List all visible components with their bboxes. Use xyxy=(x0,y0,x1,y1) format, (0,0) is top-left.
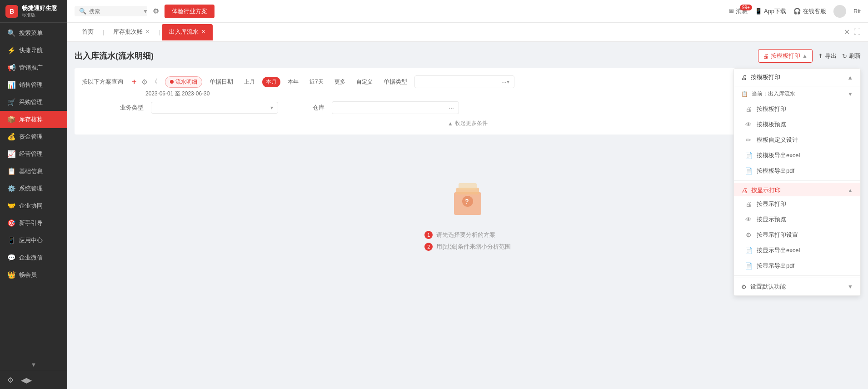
sidebar-item-shortcut[interactable]: ⚡快捷导航 xyxy=(0,42,67,59)
tab-home[interactable]: 首页 xyxy=(75,24,101,40)
filter-label: 按以下方案查询 xyxy=(82,78,123,86)
dropdown-item-template-pdf[interactable]: 📄 按模板导出pdf xyxy=(734,163,860,179)
trial-btn[interactable]: 体验行业方案 xyxy=(165,5,215,18)
filter-tag[interactable]: 流水明细 xyxy=(165,76,202,88)
search-dropdown-icon[interactable]: ▼ xyxy=(143,8,148,15)
dropdown-up-arrow[interactable]: ▲ xyxy=(847,74,853,81)
template-print-chevron[interactable]: ▲ xyxy=(802,53,808,59)
business-type-field[interactable]: ▾ xyxy=(151,102,278,114)
user-avatar[interactable] xyxy=(833,5,846,18)
sidebar-item-sales[interactable]: 📊销售管理 xyxy=(0,76,67,94)
set-default-arrow[interactable]: ▼ xyxy=(848,284,853,290)
sidebar-label-operation: 经营管理 xyxy=(19,150,43,158)
app-logo-icon: B xyxy=(5,5,18,18)
dropdown-current-arrow[interactable]: ▼ xyxy=(848,91,853,97)
sidebar-item-vip[interactable]: 👑畅会员 xyxy=(0,266,67,284)
dropdown-item-display-print[interactable]: 🖨 按显示打印 xyxy=(734,196,860,212)
sidebar-item-finance[interactable]: 💰资金管理 xyxy=(0,128,67,145)
refresh-btn[interactable]: ↻ 刷新 xyxy=(842,52,861,60)
sidebar-item-operation[interactable]: 📈经营管理 xyxy=(0,145,67,163)
sidebar-nav: 🔍搜索菜单⚡快捷导航📢营销推广📊销售管理🛒采购管理📦库存核算💰资金管理📈经营管理… xyxy=(0,23,67,359)
sidebar-item-basic[interactable]: 📋基础信息 xyxy=(0,163,67,180)
dropdown-display-section-header[interactable]: 🖨 按显示打印 ▲ xyxy=(734,183,860,196)
filter-collapse-left-btn[interactable]: 《 xyxy=(151,78,158,86)
sidebar-label-sales: 销售管理 xyxy=(19,81,43,89)
dropdown-item-template-print[interactable]: 🖨 按模板打印 xyxy=(734,101,860,117)
tab-inventory-batch-close[interactable]: ✕ xyxy=(145,29,150,35)
sidebar-label-inventory: 库存核算 xyxy=(19,115,43,124)
sidebar-label-finance: 资金管理 xyxy=(19,133,43,141)
set-default-icon: ⚙ xyxy=(741,284,747,290)
sidebar-icon-search: 🔍 xyxy=(7,29,15,37)
date-btn-last-month[interactable]: 上月 xyxy=(240,77,259,87)
display-settings-icon: ⚙ xyxy=(745,231,752,239)
collapse-icon[interactable]: ◀▶ xyxy=(21,376,32,384)
sidebar-label-purchase: 采购管理 xyxy=(19,98,43,106)
dropdown-item-display-preview[interactable]: 👁 按显示预览 xyxy=(734,212,860,227)
search-input[interactable] xyxy=(89,8,139,15)
sidebar-logo: B 畅捷通好生意 标准版 xyxy=(0,0,67,23)
dropdown-item-template-custom[interactable]: ✏ 模板自定义设计 xyxy=(734,132,860,148)
search-icon: 🔍 xyxy=(79,8,86,15)
sidebar-item-search[interactable]: 🔍搜索菜单 xyxy=(0,25,67,42)
step-2-text: 用[过滤]条件来缩小分析范围 xyxy=(436,243,510,251)
dropdown-item-display-pdf[interactable]: 📄 按显示导出pdf xyxy=(734,258,860,274)
sidebar-label-guide: 新手引导 xyxy=(19,219,43,227)
tab-home-label: 首页 xyxy=(82,28,94,36)
dropdown-item-display-excel[interactable]: 📄 按显示导出excel xyxy=(734,243,860,258)
sidebar-label-coop: 企业协同 xyxy=(19,202,43,210)
sidebar-item-marketing[interactable]: 📢营销推广 xyxy=(0,59,67,76)
doc-type-arrow[interactable]: ▾ xyxy=(507,79,509,85)
tabbar-close-btn[interactable]: ✕ xyxy=(844,28,850,36)
doc-type-dots[interactable]: ··· xyxy=(501,78,507,85)
filter-settings-btn[interactable]: ⚙ xyxy=(141,78,148,86)
tab-inout-flow[interactable]: 出入库流水 ✕ xyxy=(162,24,213,40)
message-action[interactable]: ✉ 消息 99+ xyxy=(729,7,748,15)
warehouse-label: 仓库 xyxy=(313,104,324,112)
date-label: 单据日期 xyxy=(210,78,233,86)
filter-add-btn[interactable]: ＋ xyxy=(130,77,138,87)
business-type-arrow[interactable]: ▾ xyxy=(270,105,273,111)
topbar-gear-icon[interactable]: ⚙ xyxy=(153,7,159,15)
empty-step-1: 1 请先选择要分析的方案 xyxy=(424,231,510,239)
sidebar-item-purchase[interactable]: 🛒采购管理 xyxy=(0,94,67,111)
sidebar-label-search: 搜索菜单 xyxy=(19,29,43,37)
dropdown-item-display-settings[interactable]: ⚙ 按显示打印设置 xyxy=(734,227,860,243)
tab-inventory-batch[interactable]: 库存批次账 ✕ xyxy=(106,24,157,40)
warehouse-dots[interactable]: ··· xyxy=(449,104,454,111)
display-print-icon: 🖨 xyxy=(745,200,752,208)
date-btn-this-month[interactable]: 本月 xyxy=(262,77,280,87)
dropdown-item-template-preview[interactable]: 👁 按模板预览 xyxy=(734,117,860,132)
doc-type-field[interactable]: ··· ▾ xyxy=(414,75,514,88)
sidebar-item-coop[interactable]: 🤝企业协同 xyxy=(0,197,67,214)
online-service-action[interactable]: 🎧 在线客服 xyxy=(793,7,826,15)
main-area: 🔍 ▼ ⚙ 体验行业方案 ✉ 消息 99+ 📱 App下载 🎧 在线客服 Rit xyxy=(67,0,868,389)
tab-inout-flow-close[interactable]: ✕ xyxy=(201,29,205,35)
sidebar-item-wechat[interactable]: 💬企业微信 xyxy=(0,249,67,266)
date-btn-this-year[interactable]: 本年 xyxy=(284,77,302,87)
sidebar-item-system[interactable]: ⚙️系统管理 xyxy=(0,180,67,197)
dropdown-header-label: 按模板打印 xyxy=(751,73,780,81)
template-excel-icon: 📄 xyxy=(745,152,752,159)
current-template-icon: 📋 xyxy=(741,91,748,97)
warehouse-field[interactable]: ··· xyxy=(332,101,459,114)
page-header: 出入库流水(流水明细) 🖨 按模板打印 ▲ ⬆ 导出 ↻ 刷新 xyxy=(75,49,861,63)
dropdown-footer-set-default[interactable]: ⚙ 设置默认功能 ▼ xyxy=(734,278,860,295)
settings-icon[interactable]: ⚙ xyxy=(7,376,14,384)
sidebar-scroll-down[interactable]: ▼ xyxy=(0,359,67,371)
date-btn-custom[interactable]: 自定义 xyxy=(353,77,376,87)
date-btn-more[interactable]: 更多 xyxy=(331,77,349,87)
sidebar-item-inventory[interactable]: 📦库存核算 xyxy=(0,111,67,128)
app-download-action[interactable]: 📱 App下载 xyxy=(755,7,786,15)
date-btn-7days[interactable]: 近7天 xyxy=(306,77,327,87)
export-btn[interactable]: ⬆ 导出 xyxy=(818,52,837,60)
filter-collapse-btn[interactable]: ▲ 收起更多条件 xyxy=(448,120,488,127)
sidebar-item-appstore[interactable]: 📱应用中心 xyxy=(0,232,67,249)
display-section-arrow[interactable]: ▲ xyxy=(848,187,853,194)
tabbar-expand-btn[interactable]: ⛶ xyxy=(853,28,861,36)
search-bar[interactable]: 🔍 ▼ xyxy=(75,6,147,16)
template-print-btn[interactable]: 🖨 按模板打印 ▲ xyxy=(758,49,813,63)
dropdown-item-template-excel[interactable]: 📄 按模板导出excel xyxy=(734,148,860,163)
sidebar-item-guide[interactable]: 🎯新手引导 xyxy=(0,214,67,232)
tabbar-right: ✕ ⛶ xyxy=(844,28,861,36)
